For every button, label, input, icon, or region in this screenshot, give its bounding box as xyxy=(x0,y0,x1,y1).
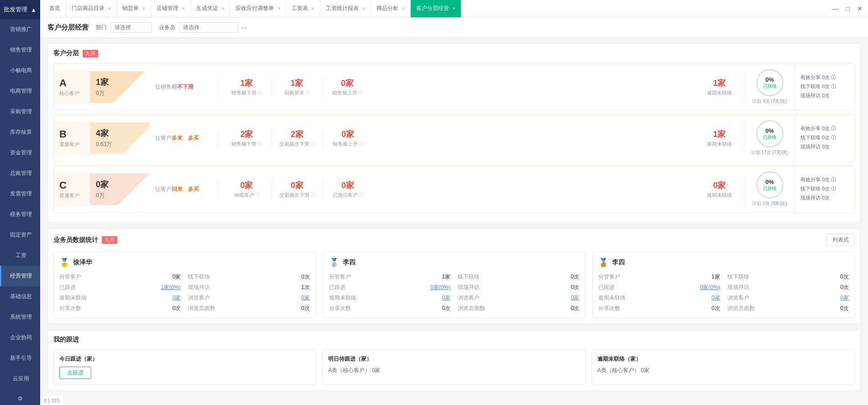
sidebar-top[interactable]: 批发管理 ▲ xyxy=(0,0,40,19)
tab-close-customer-mgmt[interactable]: × xyxy=(453,6,455,11)
sp-stat-val[interactable]: 0家 xyxy=(840,294,849,302)
tier-name: 普通客户 xyxy=(59,192,84,199)
sidebar-item-kucun[interactable]: 库存核算 xyxy=(0,122,40,142)
restore-btn[interactable]: □ xyxy=(844,3,852,14)
info-icon[interactable]: ⓘ xyxy=(257,89,262,96)
tab-sales-order[interactable]: 销货单× xyxy=(117,0,151,17)
info-icon[interactable]: ⓘ xyxy=(257,141,262,147)
sidebar-item-diangshang[interactable]: 电商管理 xyxy=(0,81,40,101)
tab-store-menu[interactable]: 门店商品目录× xyxy=(66,0,117,17)
stat-block[interactable]: 0家销售额上升 ⓘ xyxy=(323,129,373,147)
sidebar-item-zijin[interactable]: 资金管理 xyxy=(0,142,40,163)
tier-right-stats: 有效分享 0次 ⓘ线下联络 0次 ⓘ现场拜访 0次 xyxy=(795,121,854,155)
stat-block[interactable]: 0家交易频次下滑 ⓘ xyxy=(272,180,323,199)
tier-count-block: 1家0万 xyxy=(90,71,150,103)
sp-stat-label: 分享次数 xyxy=(598,305,620,312)
sidebar-item-shuiwu[interactable]: 税务管理 xyxy=(0,204,40,225)
tab-home[interactable]: 首页 xyxy=(44,0,66,17)
sidebar-item-jichu[interactable]: 基础信息 xyxy=(0,286,40,307)
tab-payroll[interactable]: 工资表× xyxy=(286,0,320,17)
tab-close-payroll[interactable]: × xyxy=(312,6,314,11)
stat-block[interactable]: 1家回购异常 ⓘ xyxy=(272,78,322,96)
sp-stat-val: 0次 xyxy=(711,305,720,312)
sp-name: 徐泽华 xyxy=(73,258,92,267)
sp-stat-val[interactable]: 1家(0%) xyxy=(161,284,181,291)
tab-close-sales-order[interactable]: × xyxy=(142,6,145,11)
info-icon[interactable]: ⓘ xyxy=(358,89,363,96)
stat-block[interactable]: 2家交易频次下滑 ⓘ xyxy=(272,129,323,147)
goto-followup-btn[interactable]: 去跟进 xyxy=(59,367,91,379)
sp-stat-val: 0次 xyxy=(301,273,310,281)
sidebar-item-qiye[interactable]: 企业协同 xyxy=(0,327,40,348)
tab-close-store-menu[interactable]: × xyxy=(108,6,111,11)
tier-right-stats: 有效分享 0次 ⓘ线下联络 0次 ⓘ现场拜访 0次 xyxy=(795,69,854,104)
dept-select[interactable] xyxy=(110,22,152,33)
sp-stat-row: 逾期未联络0家 xyxy=(59,294,181,302)
list-view-btn[interactable]: 列表式 xyxy=(826,234,855,246)
sp-stat-val[interactable]: 0家 xyxy=(571,294,580,302)
sidebar-item-yunyingyong[interactable]: 云应用 xyxy=(0,368,40,389)
sp-stat-val: 0家 xyxy=(173,273,181,281)
sp-stat-val[interactable]: 0家 xyxy=(442,294,450,302)
sp-stat-val: 1家 xyxy=(711,273,720,281)
stat-block[interactable]: 0家休眠客户 ⓘ xyxy=(222,180,272,199)
sidebar-item-xiaoshou[interactable]: 销售管理 xyxy=(0,40,40,60)
staff-select[interactable] xyxy=(179,22,238,33)
sidebar-collapse-icon[interactable]: ▲ xyxy=(31,6,37,13)
tab-store-mgmt[interactable]: 店铺管理× xyxy=(151,0,191,17)
sp-stat-row: 现场拜访1次 xyxy=(188,284,309,291)
sp-stat-val[interactable]: 0家(0%) xyxy=(700,284,720,291)
tab-close-product-analysis[interactable]: × xyxy=(402,6,405,11)
sp-stat-val[interactable]: 0家 xyxy=(711,294,720,302)
sp-stat-val[interactable]: 0家(0%) xyxy=(430,284,450,291)
tab-customer-mgmt[interactable]: 客户分层经营× xyxy=(411,0,461,17)
sidebar-item-gudingzichan[interactable]: 固定资产 xyxy=(0,225,40,245)
customer-tier-header: 客户分层 九月 xyxy=(53,49,855,58)
info-icon[interactable]: ⓘ xyxy=(359,141,363,147)
page-header: 客户分层经营 部门 业务员 ··· xyxy=(40,17,868,38)
stat-block[interactable]: 2家销售额下滑 ⓘ xyxy=(222,129,272,147)
sidebar-item-yingxiao[interactable]: 营销推广 xyxy=(0,19,40,40)
tab-voucher[interactable]: 生成凭证× xyxy=(191,0,230,17)
sidebar-item-gongzi[interactable]: 工资 xyxy=(0,245,40,266)
sidebar-item-xinshou[interactable]: 新手引导 xyxy=(0,348,40,368)
right-stat-item: 现场拜访 0次 xyxy=(800,91,849,100)
sp-stat-row: 逾期未联络0家 xyxy=(598,294,720,302)
tab-product-analysis[interactable]: 商品分析× xyxy=(371,0,411,17)
sidebar-item-zhangzhang[interactable]: 总账管理 xyxy=(0,163,40,184)
tier-suggestion: 让销售额不下滑 xyxy=(150,78,218,96)
sp-stat-label: 已跟进 xyxy=(598,284,615,291)
sp-stats-grid: 分管客户0家线下联络0次已跟进1家(0%)现场拜访1次逾期未联络0家浏览客户0家… xyxy=(59,273,310,312)
tab-close-receivable[interactable]: × xyxy=(277,6,280,11)
stat-block[interactable]: 1家销售额下滑 ⓘ xyxy=(222,78,272,96)
minimize-btn[interactable]: — xyxy=(831,3,841,14)
sidebar-item-fapiao[interactable]: 发票管理 xyxy=(0,184,40,204)
info-icon[interactable]: ⓘ xyxy=(255,192,260,198)
close-btn[interactable]: ✕ xyxy=(855,3,864,14)
info-icon[interactable]: ⓘ xyxy=(305,89,310,96)
tab-label-customer-mgmt: 客户分层经营 xyxy=(416,5,449,12)
sidebar-item-xiaodan[interactable]: 小畅电商 xyxy=(0,60,40,81)
tab-close-voucher[interactable]: × xyxy=(222,6,225,11)
sidebar-settings[interactable]: ⚙ xyxy=(0,389,40,405)
stat-label: 休眠客户 ⓘ xyxy=(229,192,264,199)
sp-stat-val[interactable]: 0家 xyxy=(301,294,310,302)
sp-stat-label: 分管客户 xyxy=(329,273,351,281)
info-icon[interactable]: ⓘ xyxy=(310,141,315,147)
tab-receivable[interactable]: 应收应付调整单× xyxy=(230,0,286,17)
sp-stat-row: 分管客户0家 xyxy=(59,273,181,281)
tab-label-payroll: 工资表 xyxy=(292,5,308,12)
tab-close-payroll-report[interactable]: × xyxy=(362,6,365,11)
info-icon[interactable]: ⓘ xyxy=(310,192,315,198)
more-filter-btn[interactable]: ··· xyxy=(242,24,247,31)
sidebar-item-xitong[interactable]: 系统管理 xyxy=(0,307,40,327)
stat-block[interactable]: 0家销售额上升 ⓘ xyxy=(322,78,372,96)
sp-stat-row: 浏览页面数0次 xyxy=(727,305,849,312)
sidebar-item-jingying[interactable]: 经营管理 xyxy=(0,266,40,286)
sidebar-item-caigou[interactable]: 采购管理 xyxy=(0,101,40,122)
tab-close-store-mgmt[interactable]: × xyxy=(182,6,185,11)
info-icon[interactable]: ⓘ xyxy=(359,192,363,198)
sp-stat-val[interactable]: 0家 xyxy=(173,294,181,302)
stat-block[interactable]: 0家已激活客户 ⓘ xyxy=(323,180,373,199)
tab-payroll-report[interactable]: 工资统计报表× xyxy=(320,0,371,17)
